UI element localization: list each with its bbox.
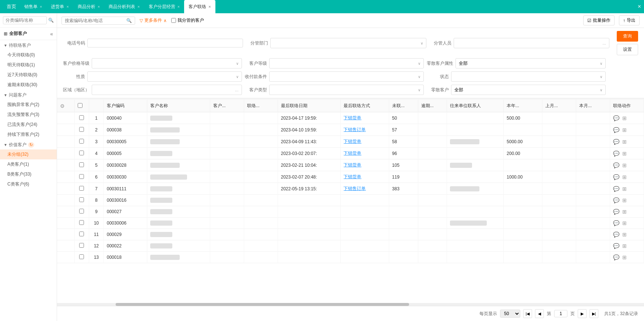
row-checkbox[interactable]: [79, 127, 84, 132]
nav-tab-customer-contact[interactable]: 客户联络 ×: [184, 0, 215, 13]
adv-manager-select[interactable]: …: [454, 38, 609, 48]
row-checkbox[interactable]: [79, 139, 84, 144]
refresh-icon[interactable]: ↻: [28, 142, 34, 148]
sidebar-item-declining[interactable]: 持续下滑客户(2): [0, 130, 57, 140]
grid-action-icon[interactable]: ⊞: [622, 174, 627, 180]
close-icon[interactable]: ×: [40, 4, 42, 9]
row-checkbox[interactable]: [79, 151, 84, 155]
grid-action-icon[interactable]: ⊞: [622, 254, 627, 260]
cell-checkbox[interactable]: [74, 229, 89, 240]
nav-tab-customer-layer[interactable]: 客户分层经营 ×: [144, 0, 184, 13]
nav-home[interactable]: 首页: [3, 3, 20, 10]
cell-checkbox[interactable]: [74, 206, 89, 218]
settings-icon[interactable]: ⚙: [60, 103, 65, 109]
contact-way-link[interactable]: 下销货单: [344, 174, 361, 179]
next-page-btn[interactable]: ▶: [578, 309, 587, 318]
scrollbar-thumb[interactable]: [116, 303, 409, 306]
nav-tab-purchase[interactable]: 进货单 ×: [46, 0, 73, 13]
close-icon[interactable]: ×: [208, 4, 211, 9]
row-checkbox[interactable]: [79, 115, 84, 120]
col-checkbox[interactable]: [74, 100, 89, 112]
sidebar-item-hoarding[interactable]: 囤购异常客户(2): [0, 100, 57, 110]
adv-retail-attr-select[interactable]: 全部 ∨: [455, 58, 606, 68]
row-checkbox[interactable]: [79, 186, 84, 191]
adv-customer-type-select[interactable]: ∨: [269, 85, 424, 95]
grid-action-icon[interactable]: ⊞: [622, 186, 627, 192]
sidebar-section-value[interactable]: ▼ 价值客户 ↻: [0, 140, 57, 149]
query-button[interactable]: 查询: [617, 31, 638, 42]
sidebar-section-problem[interactable]: ▼ 问题客户: [0, 90, 57, 100]
grid-action-icon[interactable]: ⊞: [622, 139, 627, 145]
prev-page-btn[interactable]: ◀: [535, 309, 544, 318]
sidebar-item-tomorrow[interactable]: 明天待联络(1): [0, 60, 57, 70]
chat-icon[interactable]: 💬: [613, 209, 619, 215]
row-checkbox[interactable]: [79, 197, 84, 202]
row-checkbox[interactable]: [79, 243, 84, 248]
more-conditions-btn[interactable]: ▽ 更多条件 ∧: [140, 17, 167, 24]
contact-way-link[interactable]: 下销货单: [344, 162, 361, 167]
sidebar-item-ungroup[interactable]: 未分组(32): [0, 149, 57, 159]
chat-icon[interactable]: 💬: [613, 115, 619, 121]
chat-icon[interactable]: 💬: [613, 186, 619, 192]
grid-action-icon[interactable]: ⊞: [622, 115, 627, 121]
cell-checkbox[interactable]: [74, 240, 89, 252]
adv-phone-input[interactable]: [87, 39, 243, 47]
row-checkbox[interactable]: [79, 220, 84, 225]
nav-tab-product-analysis[interactable]: 商品分析 ×: [73, 0, 104, 13]
export-button[interactable]: ↑ 导出: [619, 15, 640, 25]
close-icon[interactable]: ×: [98, 4, 100, 9]
last-page-btn[interactable]: ▶|: [590, 309, 598, 318]
collapse-icon[interactable]: «: [50, 31, 53, 37]
chat-icon[interactable]: 💬: [613, 197, 619, 203]
search-icon[interactable]: 🔍: [126, 18, 132, 23]
chat-icon[interactable]: 💬: [613, 162, 619, 168]
adv-retail-customer-select[interactable]: 全部 ∨: [451, 85, 606, 95]
cell-checkbox[interactable]: [74, 183, 89, 195]
scrollbar[interactable]: [57, 303, 644, 306]
sidebar-search-icon[interactable]: 🔍: [48, 18, 54, 23]
cell-checkbox[interactable]: [74, 195, 89, 206]
sidebar-item-class-c[interactable]: C类客户(6): [0, 179, 57, 189]
row-checkbox[interactable]: [79, 254, 84, 259]
sidebar-item-churn-warning[interactable]: 流失预警客户(3): [0, 110, 57, 120]
close-icon[interactable]: ×: [137, 4, 140, 9]
batch-op-button[interactable]: ☑ 批量操作: [583, 15, 615, 25]
nav-tab-sales[interactable]: 销售单 ×: [20, 0, 46, 13]
cell-checkbox[interactable]: [74, 159, 89, 171]
adv-region-select[interactable]: …: [92, 85, 242, 95]
row-checkbox[interactable]: [79, 209, 84, 214]
contact-way-link[interactable]: 下销货单: [344, 115, 361, 120]
select-all-checkbox[interactable]: [78, 103, 82, 108]
chat-icon[interactable]: 💬: [613, 151, 619, 156]
close-icon[interactable]: ×: [177, 4, 180, 9]
cell-checkbox[interactable]: [74, 112, 89, 124]
per-page-select[interactable]: 50 100 200: [500, 310, 520, 318]
my-customers-filter[interactable]: 我分管的客户: [171, 17, 204, 24]
sidebar-item-class-a[interactable]: A类客户(1): [0, 159, 57, 169]
sidebar-search-input[interactable]: [3, 16, 47, 24]
contact-way-link[interactable]: 下销货单: [344, 139, 361, 144]
cell-checkbox[interactable]: [74, 124, 89, 136]
adv-payment-select[interactable]: ∨: [269, 71, 424, 82]
adv-status-select[interactable]: ∨: [451, 71, 606, 82]
nav-tab-product-list[interactable]: 商品分析列表 ×: [104, 0, 144, 13]
first-page-btn[interactable]: |◀: [523, 309, 532, 318]
chat-icon[interactable]: 💬: [613, 232, 619, 237]
grid-action-icon[interactable]: ⊞: [622, 220, 627, 226]
row-checkbox[interactable]: [79, 174, 84, 179]
grid-action-icon[interactable]: ⊞: [622, 151, 627, 156]
my-customers-checkbox[interactable]: [171, 18, 176, 23]
page-input[interactable]: [554, 310, 567, 317]
sidebar-item-overdue[interactable]: 逾期未联络(30): [0, 80, 57, 90]
cell-checkbox[interactable]: [74, 252, 89, 263]
cell-checkbox[interactable]: [74, 136, 89, 148]
sidebar-all-customers[interactable]: ⊞ 全部客户 «: [0, 28, 57, 40]
sidebar-item-class-b[interactable]: B类客户(33): [0, 169, 57, 179]
cell-checkbox[interactable]: [74, 171, 89, 183]
chat-icon[interactable]: 💬: [613, 127, 619, 133]
search-input[interactable]: [65, 18, 126, 23]
contact-way-link[interactable]: 下销售订单: [344, 127, 366, 132]
adv-customer-grade-select[interactable]: ∨: [269, 58, 424, 68]
adv-price-grade-select[interactable]: ∨: [92, 58, 242, 68]
chat-icon[interactable]: 💬: [613, 243, 619, 249]
